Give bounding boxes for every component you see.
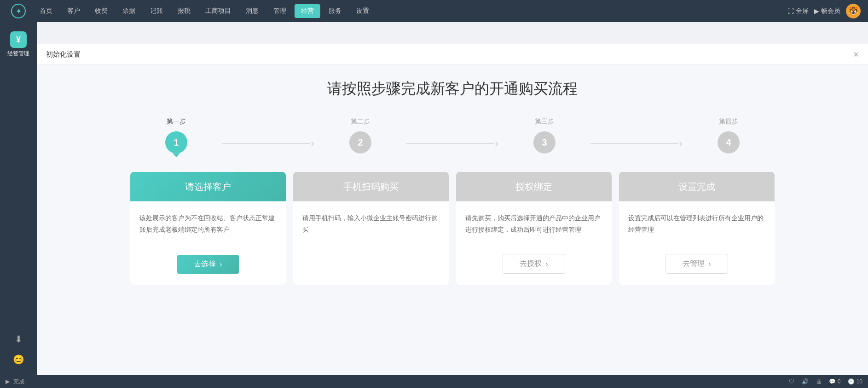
nav-item-tax[interactable]: 报税 bbox=[171, 4, 197, 18]
member-label: 畅会员 bbox=[821, 7, 840, 15]
card-4-text: 设置完成后可以在管理列表进行所有企业用户的经营管理 bbox=[628, 214, 764, 233]
card-1-header: 请选择客户 bbox=[130, 172, 286, 201]
step-2-header: 第二步 2 bbox=[314, 118, 406, 153]
card-3-body: 请先购买，购买后选择开通的产品中的企业用户进行授权绑定，成功后即可进行经营管理 bbox=[456, 201, 612, 247]
volume-icon[interactable]: 🔊 bbox=[802, 378, 809, 385]
fullscreen-icon: ⛶ bbox=[787, 7, 794, 15]
nav-item-message[interactable]: 消息 bbox=[239, 4, 265, 18]
line-3-4 bbox=[590, 143, 678, 144]
download-icon[interactable]: ⬇ bbox=[10, 331, 27, 347]
clock-icon: 🕙 10 bbox=[848, 378, 862, 385]
card-3-title: 授权绑定 bbox=[515, 181, 552, 193]
go-auth-arrow: › bbox=[545, 260, 548, 268]
go-manage-arrow: › bbox=[708, 260, 711, 268]
arrow-3-4: › bbox=[679, 137, 683, 150]
card-1-title: 请选择客户 bbox=[185, 181, 231, 193]
go-auth-button[interactable]: 去授权 › bbox=[503, 254, 565, 274]
card-4-header: 设置完成 bbox=[619, 172, 775, 201]
nav-menu: 首页 客户 收费 票据 记账 报税 工商项目 消息 管理 经营 服务 设置 bbox=[33, 4, 787, 18]
card-setup-complete: 设置完成 设置完成后可以在管理列表进行所有企业用户的经营管理 去管理 › bbox=[619, 172, 775, 285]
go-auth-label: 去授权 bbox=[520, 259, 542, 269]
main-content-area: 初始化设置 × 请按照步骤完成新客户的开通购买流程 第一步 1 › bbox=[37, 44, 868, 388]
status-text: 完成 bbox=[13, 378, 24, 386]
card-2-header: 手机扫码购买 bbox=[293, 172, 449, 201]
connector-2-3: › bbox=[406, 118, 498, 150]
nav-item-operation[interactable]: 经营 bbox=[295, 4, 320, 18]
card-4-title: 设置完成 bbox=[678, 181, 715, 193]
nav-item-accounting[interactable]: 记账 bbox=[144, 4, 169, 18]
card-2-footer bbox=[293, 266, 449, 285]
play-icon: ▶ bbox=[814, 7, 819, 15]
step-4-circle: 4 bbox=[718, 131, 740, 153]
step-3-label: 第三步 bbox=[535, 118, 554, 126]
connector-1-2: › bbox=[222, 118, 314, 150]
step-4-label: 第四步 bbox=[719, 118, 738, 126]
go-manage-label: 去管理 bbox=[683, 259, 705, 269]
left-sidebar: ¥ 经营管理 ⬇ 😊 bbox=[0, 22, 37, 375]
nav-item-business[interactable]: 工商项目 bbox=[199, 4, 237, 18]
nav-item-settings[interactable]: 设置 bbox=[350, 4, 376, 18]
message-count: 💬 0 bbox=[829, 378, 840, 385]
nav-item-charge[interactable]: 收费 bbox=[88, 4, 114, 18]
card-1-body: 该处展示的客户为不在回收站、客户状态正常建账后完成老板端绑定的所有客户 bbox=[130, 201, 286, 247]
step-2-circle: 2 bbox=[349, 131, 371, 153]
fullscreen-button[interactable]: ⛶ 全屏 bbox=[787, 7, 809, 15]
nav-item-bills[interactable]: 票据 bbox=[116, 4, 142, 18]
card-4-footer: 去管理 › bbox=[619, 247, 775, 285]
arrow-1-2: › bbox=[311, 137, 314, 150]
step-1-label: 第一步 bbox=[167, 118, 186, 126]
close-button[interactable]: × bbox=[853, 50, 859, 59]
connector-3-4: › bbox=[590, 118, 683, 150]
status-right-area: 🛡 🔊 🖨 💬 0 🕙 10 bbox=[789, 378, 862, 385]
main-title: 请按照步骤完成新客户的开通购买流程 bbox=[55, 79, 850, 99]
sidebar-item-operation[interactable]: ¥ 经营管理 bbox=[2, 28, 35, 61]
card-2-body: 请用手机扫码，输入小微企业主账号密码进行购买 bbox=[293, 201, 449, 266]
card-2-title: 手机扫码购买 bbox=[343, 181, 399, 193]
user-avatar[interactable]: 🐯 bbox=[846, 4, 861, 18]
status-bar: ▶ 完成 🛡 🔊 🖨 💬 0 🕙 10 bbox=[0, 375, 868, 388]
card-2-text: 请用手机扫码，输入小微企业主账号密码进行购买 bbox=[302, 214, 438, 233]
top-navigation: ✦ 首页 客户 收费 票据 记账 报税 工商项目 消息 管理 经营 服务 设置 … bbox=[0, 0, 868, 22]
nav-item-manage[interactable]: 管理 bbox=[267, 4, 293, 18]
step-3-circle: 3 bbox=[533, 131, 556, 153]
card-auth-bind: 授权绑定 请先购买，购买后选择开通的产品中的企业用户进行授权绑定，成功后即可进行… bbox=[456, 172, 612, 285]
nav-right-area: ⛶ 全屏 ▶ 畅会员 🐯 bbox=[787, 4, 861, 18]
app-logo[interactable]: ✦ bbox=[7, 0, 29, 22]
go-select-button[interactable]: 去选择 › bbox=[177, 255, 238, 274]
arrow-2-3: › bbox=[495, 137, 498, 150]
card-1-footer: 去选择 › bbox=[130, 247, 286, 285]
member-button[interactable]: ▶ 畅会员 bbox=[814, 7, 840, 15]
step-1-number: 1 bbox=[174, 137, 179, 148]
status-play-icon[interactable]: ▶ bbox=[6, 378, 10, 385]
cards-row: 请选择客户 该处展示的客户为不在回收站、客户状态正常建账后完成老板端绑定的所有客… bbox=[130, 172, 775, 285]
line-1-2 bbox=[222, 143, 310, 144]
nav-item-service[interactable]: 服务 bbox=[322, 4, 348, 18]
card-3-text: 请先购买，购买后选择开通的产品中的企业用户进行授权绑定，成功后即可进行经营管理 bbox=[465, 214, 601, 233]
card-3-footer: 去授权 › bbox=[456, 247, 612, 285]
printer-icon[interactable]: 🖨 bbox=[816, 378, 822, 385]
step-3-header: 第三步 3 bbox=[498, 118, 590, 153]
step-4-number: 4 bbox=[726, 137, 731, 148]
yen-icon: ¥ bbox=[10, 31, 27, 48]
card-1-text: 该处展示的客户为不在回收站、客户状态正常建账后完成老板端绑定的所有客户 bbox=[139, 214, 275, 233]
content-area: 请按照步骤完成新客户的开通购买流程 第一步 1 › bbox=[37, 65, 868, 388]
step-4-header: 第四步 4 bbox=[683, 118, 775, 153]
logo-icon: ✦ bbox=[11, 4, 26, 18]
step-2-label: 第二步 bbox=[351, 118, 370, 126]
card-4-body: 设置完成后可以在管理列表进行所有企业用户的经营管理 bbox=[619, 201, 775, 247]
step-1-circle: 1 bbox=[165, 131, 187, 153]
step-3-number: 3 bbox=[542, 137, 547, 148]
support-icon[interactable]: 😊 bbox=[10, 351, 27, 368]
go-manage-button[interactable]: 去管理 › bbox=[665, 254, 728, 274]
line-2-3 bbox=[406, 143, 494, 144]
card-scan-buy: 手机扫码购买 请用手机扫码，输入小微企业主账号密码进行购买 bbox=[293, 172, 449, 285]
page-title: 初始化设置 bbox=[46, 50, 81, 59]
nav-item-customer[interactable]: 客户 bbox=[61, 4, 87, 18]
steps-header-row: 第一步 1 › 第二步 2 bbox=[130, 118, 775, 153]
sidebar-item-label: 经营管理 bbox=[7, 50, 29, 58]
page-header: 初始化设置 × bbox=[37, 44, 868, 65]
card-3-header: 授权绑定 bbox=[456, 172, 612, 201]
step-2-number: 2 bbox=[358, 137, 363, 148]
nav-item-home[interactable]: 首页 bbox=[33, 4, 59, 18]
shield-icon: 🛡 bbox=[789, 378, 794, 385]
